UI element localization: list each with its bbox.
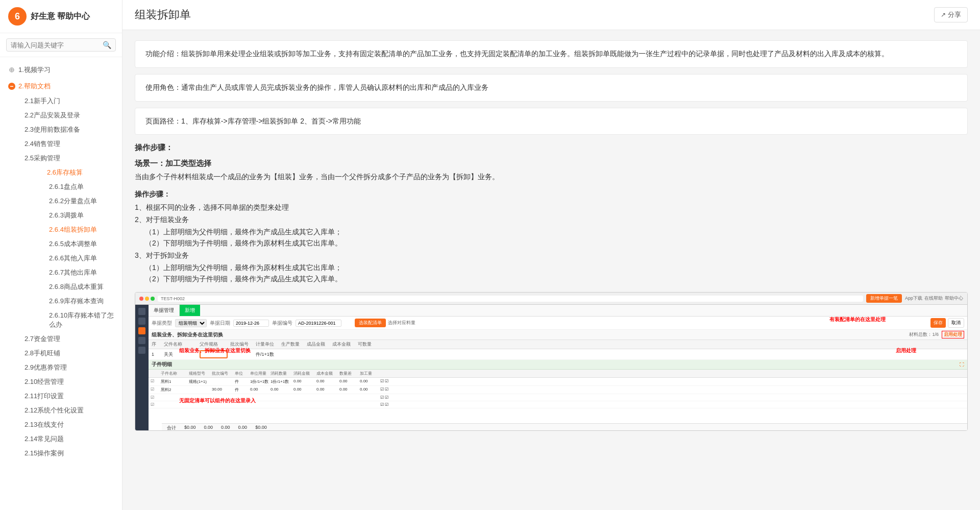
annotation-bom: 有装配清单的在这里处理 — [829, 316, 886, 323]
sidebar-label-2-7: 2.7资金管理 — [24, 335, 60, 343]
mock-bom-btn[interactable]: 选装配清单 — [355, 319, 386, 327]
mock-expand-btn[interactable]: ⛶ — [960, 362, 964, 367]
sidebar-label-2-9: 2.9优惠券管理 — [24, 363, 67, 371]
collapse-icon-2-6 — [37, 168, 44, 177]
sidebar-item-2-15[interactable]: 2.15操作案例 — [18, 446, 122, 460]
logo-text: 好生意 帮助中心 — [31, 11, 90, 22]
mock-browser-bar: TEST-H002 新增单据一笔 App下载在线帮助帮助中心 — [135, 293, 967, 305]
sidebar-item-2-12[interactable]: 2.12系统个性化设置 — [18, 403, 122, 418]
logo-area: 6 好生意 帮助中心 — [0, 0, 122, 33]
sidebar-label-2-6: 2.6库存核算 — [47, 168, 83, 177]
sidebar-item-2-7[interactable]: 2.7资金管理 — [18, 332, 122, 346]
mock-tab-list[interactable]: 单据管理 — [149, 305, 180, 316]
sidebar-item-2-13[interactable]: 2.13在线支付 — [18, 418, 122, 432]
sidebar-item-2-4[interactable]: 2.4销售管理 — [18, 137, 122, 151]
nav-section-1: 1.视频学习 — [0, 62, 122, 78]
sidebar-label-2-4: 2.4销售管理 — [24, 140, 60, 148]
screenshot-container: TEST-H002 新增单据一笔 App下载在线帮助帮助中心 — [135, 292, 968, 431]
sidebar-label-2-13: 2.13在线支付 — [24, 421, 64, 428]
expand-icon-1 — [8, 66, 15, 74]
mock-upper-section-header: 组装业务、拆卸业务在这里切换 材料总数：1/6 启用处理 — [149, 330, 967, 340]
mock-content: 单据管理 新增 单据类型 组装明细 拆卸明细 单据日期 — [149, 305, 967, 430]
main-header: 组装拆卸单 ↗ 分享 — [122, 0, 980, 30]
mock-action-btns: 保存 取消 — [930, 318, 964, 328]
sidebar-item-2-6-5[interactable]: 2.6.5成本调整单 — [45, 237, 122, 251]
scene1-title: 场景一：加工类型选择 — [135, 159, 968, 168]
mock-new-btn[interactable]: 新增单据一笔 — [866, 294, 902, 303]
sidebar-item-2-6-9[interactable]: 2.6.9库存账本查询 — [45, 294, 122, 308]
sidebar-item-1[interactable]: 1.视频学习 — [0, 62, 122, 78]
sidebar-item-2-14[interactable]: 2.14常见问题 — [18, 432, 122, 446]
sidebar-label-1: 1.视频学习 — [18, 65, 51, 75]
screenshot-inner: TEST-H002 新增单据一笔 App下载在线帮助帮助中心 — [135, 293, 967, 430]
search-input-box[interactable]: 🔍 — [6, 38, 116, 52]
ops-steps-title2: 操作步骤： — [135, 190, 968, 199]
sidebar-item-2-1[interactable]: 2.1新手入门 — [18, 94, 122, 108]
role-desc-text: 使用角色：通常由生产人员或库管人员完成拆装业务的操作，库管人员确认原材料的出库和… — [145, 83, 488, 91]
sidebar-label-2: 2.帮助文档 — [18, 82, 51, 91]
content-area: 功能介绍：组装拆卸单用来处理企业组装或拆卸等加工业务，支持有固定装配清单的产品加… — [122, 30, 980, 510]
sidebar-item-2-6-10[interactable]: 2.6.10库存账本错了怎么办 — [45, 308, 122, 332]
svg-rect-4 — [38, 172, 43, 173]
step2: 2、对于组装业务 — [135, 215, 968, 225]
mock-sidebar — [135, 305, 149, 430]
step2-2: （2）下部明细为子件明细，最终作为原材料生成其它出库单。 — [145, 239, 968, 248]
sidebar-label-2-5: 2.5采购管理 — [24, 154, 60, 162]
mock-cancel-btn[interactable]: 取消 — [948, 318, 964, 328]
mock-save-btn[interactable]: 保存 — [930, 318, 946, 328]
sidebar-item-2[interactable]: 2.帮助文档 — [0, 79, 122, 94]
sidebar-label-2-14: 2.14常见问题 — [24, 435, 64, 443]
annotation-switch: 组装业务、拆卸业务在这里切换 — [179, 347, 251, 354]
sidebar-item-2-6-2[interactable]: 2.6.2分量盘点单 — [45, 194, 122, 208]
sidebar-item-2-3[interactable]: 2.3使用前数据准备 — [18, 123, 122, 137]
feature-desc-block: 功能介绍：组装拆卸单用来处理企业组装或拆卸等加工业务，支持有固定装配清单的产品加… — [135, 40, 968, 68]
annotation-nofixed: 无固定清单可以组件的在这里录入 — [179, 397, 256, 404]
mock-bom-btn-area: 选装配清单 选择对应料量 — [355, 319, 415, 327]
collapse-icon-2 — [8, 83, 15, 90]
mock-lower-row2: ☑ 黑料2 30.00 件 0.00 0.00 0.000.00 0.000.0… — [149, 386, 967, 394]
sidebar-item-2-11[interactable]: 2.11打印设置 — [18, 389, 122, 403]
sidebar-label-2-3: 2.3使用前数据准备 — [24, 126, 80, 133]
ops-title: 操作步骤： — [135, 143, 968, 153]
sidebar-item-2-6[interactable]: 2.6库存核算 — [18, 165, 122, 180]
mock-lower-row1: ☑ 黑料1 规格(1+1) 件 1份/1+1数 1份/1+1数 0.000.00… — [149, 378, 967, 386]
search-area: 🔍 — [0, 33, 122, 57]
search-input[interactable] — [11, 41, 103, 49]
step2-1: （1）上部明细为父件明细，最终作为产成品生成其它入库单； — [145, 228, 968, 237]
search-icon: 🔍 — [103, 41, 111, 49]
sidebar-label-2-1: 2.1新手入门 — [24, 97, 60, 105]
logo-icon: 6 — [8, 7, 27, 26]
sidebar-item-2-6-8[interactable]: 2.6.8商品成本重算 — [45, 280, 122, 294]
sidebar-item-2-6-4[interactable]: 2.6.4组装拆卸单 — [45, 223, 122, 237]
mock-lower-row4: ☑ ☑☑ — [149, 401, 967, 408]
sidebar-item-2-5[interactable]: 2.5采购管理 — [18, 151, 122, 165]
mock-type-select[interactable]: 组装明细 拆卸明细 — [175, 319, 207, 327]
sidebar-label-2-11: 2.11打印设置 — [24, 392, 64, 400]
sidebar-item-2-6-7[interactable]: 2.6.7其他出库单 — [45, 265, 122, 280]
sidebar-item-2-6-1[interactable]: 2.6.1盘点单 — [45, 180, 122, 194]
sidebar-label-2-8: 2.8手机旺铺 — [24, 349, 60, 357]
sidebar-item-2-9[interactable]: 2.9优惠券管理 — [18, 360, 122, 375]
sidebar-item-2-2[interactable]: 2.2产品安装及登录 — [18, 108, 122, 123]
step3-2: （2）下部明细为子件明细，最终作为产成品生成其它入库单。 — [145, 275, 968, 284]
mock-date-input[interactable] — [233, 320, 269, 327]
sidebar-label-2-12: 2.12系统个性化设置 — [24, 406, 84, 414]
mock-lower-row3: ☑ ☑☑ — [149, 394, 967, 401]
mock-lower-section-header: 子件明细 ⛶ — [149, 360, 967, 370]
mock-app-layout: 单据管理 新增 单据类型 组装明细 拆卸明细 单据日期 — [135, 305, 967, 430]
mock-table-upper-header: 序 父件名称 父件规格 批次编号 计量单位 生产数量 成品金额 成本金额 可数量 — [149, 340, 967, 349]
scene1-desc: 当由多个子件材料组装成一个成品的业务为【组装】业务，当由一个父件拆分成多个子产品… — [135, 173, 968, 182]
nav-sub-sub-items-2-6: 2.6.1盘点单 2.6.2分量盘点单 2.6.3调拨单 2.6.4组装拆卸单 … — [18, 180, 122, 332]
sidebar: 6 好生意 帮助中心 🔍 1.视频学习 2.帮助文档 — [0, 0, 122, 510]
share-button[interactable]: ↗ 分享 — [934, 7, 968, 22]
path-desc-text: 页面路径：1、库存核算->库存管理->组装拆卸单 2、首页->常用功能 — [145, 117, 361, 125]
sidebar-item-2-8[interactable]: 2.8手机旺铺 — [18, 346, 122, 360]
sidebar-item-2-6-6[interactable]: 2.6.6其他入库单 — [45, 251, 122, 265]
mock-tab-new[interactable]: 新增 — [180, 305, 200, 316]
mock-billno-input[interactable] — [296, 320, 341, 327]
sidebar-item-2-10[interactable]: 2.10经营管理 — [18, 375, 122, 389]
sidebar-item-2-6-3[interactable]: 2.6.3调拨单 — [45, 208, 122, 223]
annotation-enable: 启用处理 — [896, 347, 916, 354]
svg-rect-3 — [10, 86, 13, 87]
nav-tree: 1.视频学习 2.帮助文档 2.1新手入门 2.2产品安装及登录 2.3使用前数… — [0, 57, 122, 510]
